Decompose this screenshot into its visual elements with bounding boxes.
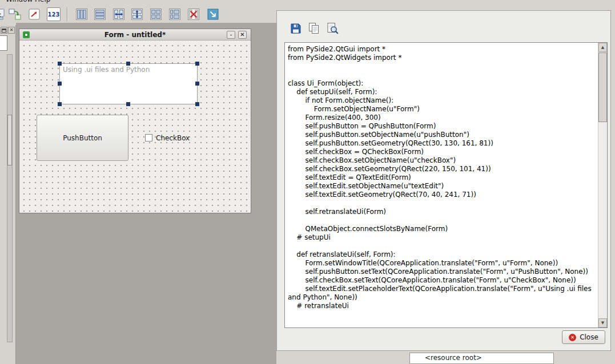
layout-splitter-horizontal-button[interactable] <box>112 7 126 21</box>
adjust-size-button[interactable] <box>206 7 220 21</box>
edit-signals-slots-icon <box>8 7 22 21</box>
pushbutton-widget[interactable]: PushButton <box>37 115 128 161</box>
edit-tab-order-icon: 123 <box>47 7 61 21</box>
textedit-placeholder: Using .ui files and Python <box>60 64 197 75</box>
code-text: from PySide2.QtGui import * from PySide2… <box>285 43 598 327</box>
edit-buddies-button[interactable] <box>27 7 41 21</box>
layout-grid-button[interactable] <box>149 7 163 21</box>
textedit-widget[interactable]: Using .ui files and Python <box>59 63 198 104</box>
dock-float-button[interactable] <box>1 27 7 34</box>
break-layout-button[interactable] <box>187 7 200 21</box>
layout-splitter-horizontal-icon <box>112 7 126 21</box>
layout-form-button[interactable] <box>168 7 182 21</box>
resize-handle-bottom-left[interactable] <box>58 102 62 106</box>
save-button[interactable] <box>289 22 303 35</box>
resource-root-item[interactable]: <resource root> <box>410 353 553 363</box>
code-scrollbar-thumb[interactable] <box>598 52 607 122</box>
close-circle-icon: ✕ <box>569 334 576 341</box>
widget-box-dock: ✕ <box>0 25 16 364</box>
break-layout-icon <box>187 7 200 21</box>
checkbox-widget[interactable]: CheckBox <box>145 126 203 149</box>
minimize-button[interactable]: - <box>227 31 235 39</box>
widget-box-scrollbar-thumb[interactable] <box>7 115 12 165</box>
layout-form-icon <box>168 7 182 21</box>
copy-button[interactable] <box>307 22 321 35</box>
checkbox-label: CheckBox <box>156 134 190 142</box>
layout-horizontal-button[interactable] <box>75 7 89 21</box>
code-scrollbar[interactable]: ▲ ▼ <box>598 43 607 327</box>
close-button-label: Close <box>580 333 598 341</box>
menu-item-help[interactable]: Help <box>35 0 50 3</box>
form-canvas[interactable]: Using .ui files and Python PushButton Ch… <box>19 41 251 213</box>
resize-handle-top-left[interactable] <box>58 62 62 66</box>
resize-handle-bottom-center[interactable] <box>126 102 130 106</box>
layout-vertical-icon <box>93 7 107 21</box>
form-window-title: Form - untitled* <box>19 31 251 39</box>
resize-handle-top-right[interactable] <box>195 62 199 66</box>
save-icon <box>289 29 303 37</box>
layout-vertical-button[interactable] <box>93 7 107 21</box>
close-button[interactable]: ✕ <box>238 31 247 39</box>
form-editor-window: Form - untitled* - ✕ Using .ui files and… <box>19 29 251 213</box>
copy-icon <box>307 29 321 37</box>
toolbar-separator <box>67 7 68 22</box>
adjust-size-icon <box>206 7 220 21</box>
edit-signals-slots-button[interactable] <box>8 7 22 21</box>
edit-tab-order-button[interactable]: 123 <box>47 7 61 21</box>
edit-widgets-icon <box>0 7 6 21</box>
checkbox-indicator[interactable] <box>145 134 152 141</box>
layout-splitter-vertical-icon <box>130 7 144 21</box>
layout-grid-icon <box>149 7 163 21</box>
dock-close-button[interactable]: ✕ <box>8 27 15 34</box>
widget-filter-input[interactable] <box>0 35 7 51</box>
find-icon <box>325 29 339 37</box>
code-preview-dialog: from PySide2.QtGui import * from PySide2… <box>276 10 611 351</box>
form-window-titlebar[interactable]: Form - untitled* - ✕ <box>19 29 251 41</box>
float-icon <box>2 29 6 33</box>
code-view[interactable]: from PySide2.QtGui import * from PySide2… <box>284 42 608 328</box>
menubar: Window Help <box>0 0 171 4</box>
find-button[interactable] <box>325 22 339 35</box>
menu-item-window[interactable]: Window <box>6 0 33 3</box>
edit-buddies-icon <box>27 7 41 21</box>
main-toolbar: 123 <box>0 5 276 23</box>
layout-horizontal-icon <box>75 7 89 21</box>
layout-splitter-vertical-button[interactable] <box>130 7 144 21</box>
resize-handle-middle-left[interactable] <box>58 82 62 86</box>
widget-box-scrollbar[interactable] <box>7 54 13 342</box>
scroll-up-button[interactable]: ▲ <box>598 43 607 52</box>
edit-widgets-button[interactable] <box>0 7 6 21</box>
resize-handle-bottom-right[interactable] <box>195 102 199 106</box>
resource-browser: <resource root> <box>409 353 554 364</box>
scroll-down-button[interactable]: ▼ <box>598 318 607 327</box>
dialog-close-button[interactable]: ✕ Close <box>562 330 605 344</box>
resize-handle-middle-right[interactable] <box>195 82 199 86</box>
close-icon: ✕ <box>10 28 14 33</box>
resize-handle-top-center[interactable] <box>126 62 130 66</box>
